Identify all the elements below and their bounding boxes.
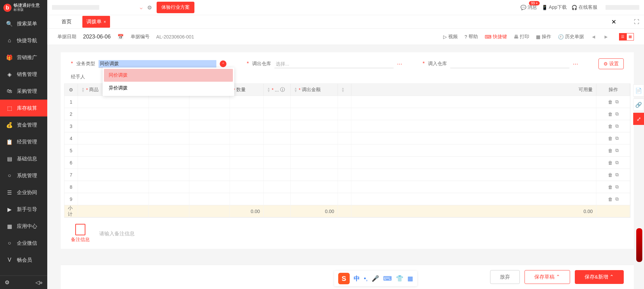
close-icon[interactable]: ✕: [605, 18, 622, 26]
sidebar-item-search-menu[interactable]: 🔍搜索菜单: [0, 15, 47, 32]
sidebar-item-apps[interactable]: ▦应用中心: [0, 218, 47, 235]
collapse-icon[interactable]: ◁»: [35, 279, 43, 286]
biz-type-caret-icon[interactable]: ⌃: [220, 60, 226, 67]
shortcut-link[interactable]: ⌨ 快捷键: [485, 34, 507, 40]
ime-skin-icon[interactable]: 👕: [396, 275, 403, 282]
next-arrow[interactable]: ▶: [603, 34, 609, 39]
option-diff-price[interactable]: 异价调拨: [104, 82, 233, 95]
ime-logo-icon[interactable]: S: [338, 273, 350, 284]
table-row[interactable]: 5🗑⧉: [64, 144, 630, 157]
in-warehouse-label: 调入仓库: [428, 61, 447, 67]
sidebar-item-quick-nav[interactable]: ⌂快捷导航: [0, 32, 47, 49]
ime-punct-icon[interactable]: •,: [364, 275, 368, 282]
copy-row-icon[interactable]: ⧉: [615, 99, 619, 105]
sidebar-item-collab[interactable]: ☰企业协同: [0, 184, 47, 201]
help-link[interactable]: ? 帮助: [464, 34, 478, 40]
delete-row-icon[interactable]: 🗑: [608, 196, 613, 202]
user-area[interactable]: [606, 5, 639, 10]
col-avail[interactable]: 可用量: [351, 84, 596, 96]
settings-button[interactable]: ⚙ 设置: [598, 58, 624, 69]
table-row[interactable]: 7🗑⧉: [64, 169, 630, 181]
tab-transfer-order[interactable]: 调拨单×: [82, 16, 110, 28]
copy-row-icon[interactable]: ⧉: [615, 160, 619, 165]
save-draft-button[interactable]: 保存草稿 ⌃: [525, 270, 570, 284]
sidebar-item-marketing[interactable]: 🎁营销推广: [0, 49, 47, 66]
col-gear[interactable]: ⚙: [64, 84, 78, 96]
sidebar-item-sales[interactable]: ◈销售管理: [0, 66, 47, 83]
col-more[interactable]: ▲▼*... ⓘ: [264, 84, 291, 96]
gear-icon[interactable]: ⚙: [147, 4, 152, 11]
table-row[interactable]: 3🗑⧉: [64, 120, 630, 132]
copy-row-icon[interactable]: ⧉: [615, 111, 619, 117]
col-qty[interactable]: *数量: [230, 84, 264, 96]
funds-icon: 💰: [6, 122, 13, 128]
date-value[interactable]: 2023-06-06: [83, 34, 111, 40]
ime-keyboard-icon[interactable]: ⌨: [383, 275, 392, 282]
company-selector[interactable]: ⌵: [52, 5, 142, 10]
print-link[interactable]: 🖶 打印: [514, 34, 529, 40]
sidebar-item-basic[interactable]: ▤基础信息: [0, 150, 47, 167]
delete-row-icon[interactable]: 🗑: [608, 160, 613, 165]
out-warehouse-input[interactable]: [274, 60, 394, 68]
rail-link-icon[interactable]: 🔗: [633, 99, 644, 111]
ime-tool-icon[interactable]: ▦: [407, 275, 413, 282]
delete-row-icon[interactable]: 🗑: [608, 148, 613, 153]
ops-link[interactable]: ▦ 操作: [536, 34, 551, 40]
view-list[interactable]: ☰: [619, 33, 626, 41]
rail-expand-icon[interactable]: ⤢: [633, 113, 644, 125]
delete-row-icon[interactable]: 🗑: [608, 172, 613, 178]
calendar-icon[interactable]: 📅: [117, 34, 124, 40]
biz-type-input[interactable]: 同价调拨: [99, 60, 216, 68]
copy-row-icon[interactable]: ⧉: [615, 196, 619, 202]
table-row[interactable]: 1🗑⧉: [64, 96, 630, 108]
delete-row-icon[interactable]: 🗑: [608, 136, 613, 141]
app-download-link[interactable]: 📱 App下载: [542, 4, 567, 10]
table-row[interactable]: 6🗑⧉: [64, 157, 630, 169]
trial-button[interactable]: 体验行业方案: [157, 2, 194, 13]
tab-close-icon[interactable]: ×: [104, 20, 106, 24]
expand-icon[interactable]: ⛶: [629, 19, 644, 25]
table-row[interactable]: 8🗑⧉: [64, 181, 630, 193]
sidebar-item-inventory[interactable]: ⬚库存核算: [0, 100, 47, 116]
table-row[interactable]: 4🗑⧉: [64, 132, 630, 144]
delete-row-icon[interactable]: 🗑: [608, 111, 613, 117]
ime-lang[interactable]: 中: [354, 274, 360, 283]
sidebar-item-member[interactable]: V畅会员: [0, 252, 47, 268]
view-grid[interactable]: ▦: [626, 33, 634, 41]
support-link[interactable]: 🎧 在线客服: [571, 4, 597, 10]
col-out-amount[interactable]: ▲▼*调出金额: [291, 84, 338, 96]
history-link[interactable]: 🕘 历史单据: [558, 34, 584, 40]
delete-row-icon[interactable]: 🗑: [608, 99, 613, 105]
sidebar-item-business[interactable]: 📋经营管理: [0, 133, 47, 150]
messages-link[interactable]: 💬 消息 99 +: [520, 4, 537, 10]
prev-arrow[interactable]: ◀: [591, 34, 596, 39]
sidebar-item-wechat[interactable]: ○企业微信: [0, 235, 47, 252]
brand-edition: 标准版: [14, 7, 40, 12]
col-sort[interactable]: ▲▼: [338, 84, 351, 96]
remark-input[interactable]: [97, 228, 624, 239]
sidebar-item-purchase[interactable]: 🛍采购管理: [0, 83, 47, 100]
copy-row-icon[interactable]: ⧉: [615, 184, 619, 190]
tab-home[interactable]: 首页: [57, 16, 76, 28]
sidebar-item-funds[interactable]: 💰资金管理: [0, 116, 47, 133]
settings-icon[interactable]: ⚙: [5, 279, 9, 286]
rail-note-icon[interactable]: 📄: [633, 84, 644, 97]
video-link[interactable]: ▷ 视频: [443, 34, 458, 40]
copy-row-icon[interactable]: ⧉: [615, 123, 619, 129]
copy-row-icon[interactable]: ⧉: [615, 172, 619, 178]
copy-row-icon[interactable]: ⧉: [615, 135, 619, 141]
copy-row-icon[interactable]: ⧉: [615, 148, 619, 153]
in-warehouse-input[interactable]: [450, 60, 569, 68]
delete-row-icon[interactable]: 🗑: [608, 184, 613, 190]
out-warehouse-more-icon[interactable]: ⋯: [397, 61, 402, 67]
delete-row-icon[interactable]: 🗑: [608, 124, 613, 129]
ime-mic-icon[interactable]: 🎤: [372, 275, 379, 282]
in-warehouse-more-icon[interactable]: ⋯: [573, 61, 578, 67]
table-row[interactable]: 9🗑⧉: [64, 193, 630, 205]
sidebar-item-system[interactable]: ○系统管理: [0, 167, 47, 184]
table-row[interactable]: 2🗑⧉: [64, 108, 630, 120]
option-same-price[interactable]: 同价调拨: [104, 69, 233, 82]
sidebar-item-guide[interactable]: ▶新手引导: [0, 201, 47, 218]
cancel-button[interactable]: 放弃: [490, 270, 520, 284]
save-new-button[interactable]: 保存&新增 ⌃: [575, 270, 624, 284]
